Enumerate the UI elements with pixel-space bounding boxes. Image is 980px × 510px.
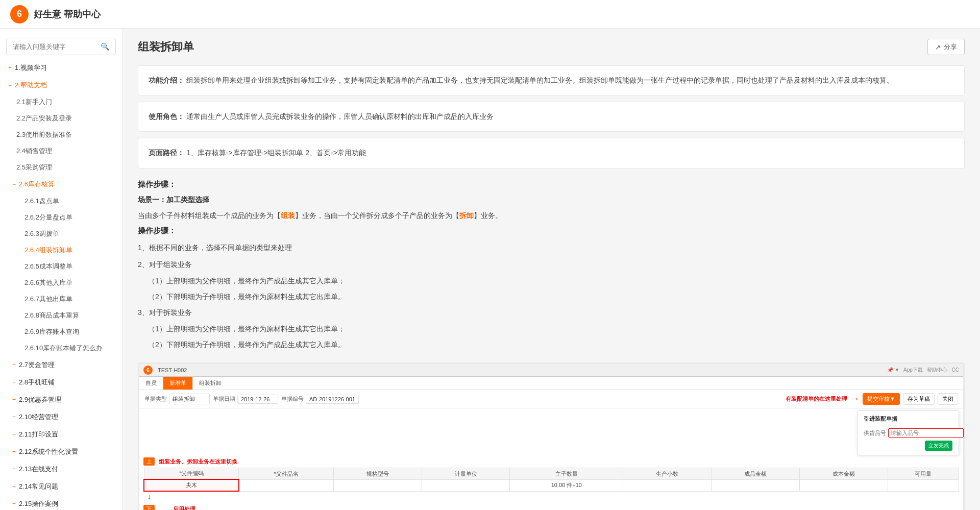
section-toggle-btn[interactable]: 上 — [143, 457, 155, 466]
app-id: TEST-H002 — [158, 367, 187, 373]
app-inner: 6 TEST-H002 📌 ▼ App下载 帮助中心 CC 自员 新增单 组装拆… — [139, 364, 963, 510]
path-card: 页面路径： 1、库存核算->库存管理->组装拆卸单 2、首页->常用功能 — [138, 138, 965, 168]
th-unit: 计量单位 — [422, 468, 510, 480]
bottom-table-header-row: 下 启用处理 — [143, 505, 959, 510]
step3-sub1: （1）上部明细为父件明细，最终作为原材料生成其它出库单； — [138, 322, 965, 336]
search-input[interactable] — [13, 43, 101, 51]
bottom-section-toggle[interactable]: 下 — [143, 505, 155, 510]
field-type-value[interactable]: 组装拆卸 — [169, 394, 210, 404]
td-amount-product-1 — [712, 479, 800, 491]
dialog-area: 引进装配单据 供货品号 立发完成 — [139, 410, 963, 455]
steps-section: 操作步骤： 场景一：加工类型选择 当由多个子件材料组装成一个成品的业务为【组装】… — [138, 175, 965, 357]
scenario1-desc-part2: 】业务，当由一个父件拆分成多个子产品的业务为【 — [295, 211, 459, 220]
sidebar-child-2-15[interactable]: + 2.15操作案例 — [0, 495, 122, 510]
expand-icon-2-14: + — [12, 483, 16, 490]
logo: 6 好生意 帮助中心 — [10, 5, 101, 23]
th-name: *父件品名 — [239, 468, 334, 480]
path-text: 1、库存核算->库存管理->组装拆卸单 2、首页->常用功能 — [186, 149, 366, 157]
field-type: 单据类型 组装拆卸 — [144, 394, 210, 404]
sidebar-child-2-6-label: 2.6库存核算 — [19, 180, 55, 189]
menu-item-new[interactable]: 新增单 — [163, 377, 193, 390]
scenario1-title: 场景一：加工类型选择 — [138, 196, 965, 205]
sidebar-sub-2-6-6[interactable]: 2.6.6其他入库单 — [8, 275, 122, 291]
th-spec: 规格型号 — [333, 468, 422, 480]
sidebar-child-2-13[interactable]: + 2.13在线支付 — [0, 460, 122, 478]
sidebar-child-2-12[interactable]: + 2.12系统个性化设置 — [0, 443, 122, 460]
role-card: 使用角色： 通常由生产人员或库管人员完成拆装业务的操作，库管人员确认原材料的出库… — [138, 102, 965, 132]
annotation-submit: 有装配清单的在这里处理 — [786, 395, 847, 403]
collapse-icon-2: − — [8, 82, 12, 89]
sidebar-search-box[interactable]: 🔍 — [6, 38, 116, 55]
btn-cancel[interactable]: 关闭 — [938, 393, 958, 405]
sidebar-sub-2-6-3[interactable]: 2.6.3调拨单 — [8, 226, 122, 242]
sidebar-sub-2-6-7[interactable]: 2.6.7其他出库单 — [8, 291, 122, 307]
steps-title: 操作步骤： — [138, 180, 965, 189]
sidebar-child-2-10-label: 2.10经营管理 — [19, 412, 58, 422]
dialog-field-label: 供货品号 — [864, 429, 886, 437]
main-layout: 🔍 + 1.视频学习 − 2.帮助文档 2.1新手入门 2.2产品安装及登录 2… — [0, 29, 980, 510]
sidebar-sub-2-6-5[interactable]: 2.6.5成本调整单 — [8, 258, 122, 275]
field-code-label: 单据编号 — [281, 395, 304, 403]
dialog-field-input[interactable] — [888, 428, 964, 438]
arrow-down-annotation: ↓ — [143, 492, 959, 502]
sidebar-child-2-14-label: 2.14常见问题 — [19, 482, 58, 491]
share-button[interactable]: ↗ 分享 — [927, 39, 965, 55]
sidebar-item-video-label: 1.视频学习 — [15, 63, 47, 72]
dialog-field-row: 供货品号 — [864, 428, 952, 438]
sidebar-sub-2-6-10[interactable]: 2.6.10库存账本错了怎么办 — [8, 340, 122, 356]
sidebar-sub-2-6-1[interactable]: 2.6.1盘点单 — [8, 193, 122, 209]
table-row: 央木 10.00 件+10 — [144, 479, 959, 491]
sidebar-child-2-5[interactable]: 2.5采购管理 — [0, 159, 122, 176]
menu-item-home[interactable]: 自员 — [139, 377, 163, 390]
top-table-header-row: 上 组装业务、拆卸业务在这里切换 — [143, 457, 959, 466]
sidebar-sub-2-6-9[interactable]: 2.6.9库存账本查询 — [8, 324, 122, 340]
expand-icon-2-7: + — [12, 361, 16, 369]
sidebar-sub-2-6-2[interactable]: 2.6.2分量盘点单 — [8, 209, 122, 226]
app-logo-area: 6 — [143, 366, 153, 375]
sidebar-sub-2-6-8[interactable]: 2.6.8商品成本重算 — [8, 307, 122, 324]
page-title: 组装拆卸单 — [138, 39, 194, 55]
sidebar-child-2-7[interactable]: + 2.7资金管理 — [0, 356, 122, 374]
th-amount-product: 成品金额 — [712, 468, 800, 480]
logo-text: 好生意 帮助中心 — [34, 8, 101, 20]
field-date-value[interactable]: 2019-12-26 — [237, 395, 278, 404]
menu-item-assemble[interactable]: 组装拆卸 — [193, 377, 228, 390]
sidebar-child-2-12-label: 2.12系统个性化设置 — [19, 447, 78, 456]
sidebar-child-2-7-label: 2.7资金管理 — [19, 360, 55, 370]
sidebar-child-2-11[interactable]: + 2.11打印设置 — [0, 426, 122, 443]
sidebar-item-help[interactable]: − 2.帮助文档 — [0, 77, 122, 94]
sidebar-item-video[interactable]: + 1.视频学习 — [0, 59, 122, 77]
btn-submit[interactable]: 提交审核▼ — [863, 393, 900, 405]
app-top-area: 6 TEST-H002 📌 ▼ App下载 帮助中心 CC — [139, 364, 963, 377]
path-label: 页面路径： — [149, 149, 184, 157]
td-amount-cost-1 — [799, 479, 888, 491]
sidebar-child-2-10[interactable]: + 2.10经营管理 — [0, 408, 122, 426]
sidebar-child-2-9-label: 2.9优惠券管理 — [19, 395, 61, 404]
dialog-ok-btn[interactable]: 立发完成 — [925, 441, 952, 451]
sidebar-child-2-11-label: 2.11打印设置 — [19, 430, 58, 439]
sidebar-child-2-9[interactable]: + 2.9优惠券管理 — [0, 391, 122, 408]
sidebar-child-2-2[interactable]: 2.2产品安装及登录 — [0, 110, 122, 127]
sidebar-child-2-1[interactable]: 2.1新手入门 — [0, 94, 122, 110]
content-area: 组装拆卸单 ↗ 分享 功能介绍： 组装拆卸单用来处理企业组装或拆卸等加工业务，支… — [122, 29, 980, 510]
sidebar: 🔍 + 1.视频学习 − 2.帮助文档 2.1新手入门 2.2产品安装及登录 2… — [0, 29, 122, 510]
sidebar-child-2-8[interactable]: + 2.8手机旺铺 — [0, 374, 122, 391]
sidebar-child-2-14[interactable]: + 2.14常见问题 — [0, 478, 122, 495]
sidebar-child-2-6[interactable]: − 2.6库存核算 — [0, 176, 122, 193]
app-top-icons: 📌 ▼ App下载 帮助中心 CC — [887, 367, 959, 374]
arrow-right: → — [850, 394, 860, 404]
role-text: 通常由生产人员或库管人员完成拆装业务的操作，库管人员确认原材料的出库和产成品的入… — [186, 112, 494, 120]
th-amount-cost: 成本金额 — [799, 468, 888, 480]
btn-save[interactable]: 存为草稿 — [903, 393, 935, 405]
sidebar-child-2-4[interactable]: 2.4销售管理 — [0, 143, 122, 159]
expand-icon-2-13: + — [12, 466, 16, 473]
expand-icon-2-10: + — [12, 414, 16, 421]
expand-icon-2-12: + — [12, 448, 16, 455]
top-table-section: 上 组装业务、拆卸业务在这里切换 *父件编码 *父件品名 规格型号 计量单位 — [139, 455, 963, 504]
share-icon: ↗ — [935, 43, 941, 51]
sidebar-children-2: 2.1新手入门 2.2产品安装及登录 2.3使用前数据准备 2.4销售管理 2.… — [0, 94, 122, 510]
sidebar-sub-2-6-4[interactable]: 2.6.4组装拆卸单 — [8, 242, 122, 258]
collapse-icon-2-6: − — [12, 181, 16, 188]
sidebar-child-2-3[interactable]: 2.3使用前数据准备 — [0, 127, 122, 143]
field-code-value[interactable]: AD-20191226-001 — [306, 395, 359, 404]
